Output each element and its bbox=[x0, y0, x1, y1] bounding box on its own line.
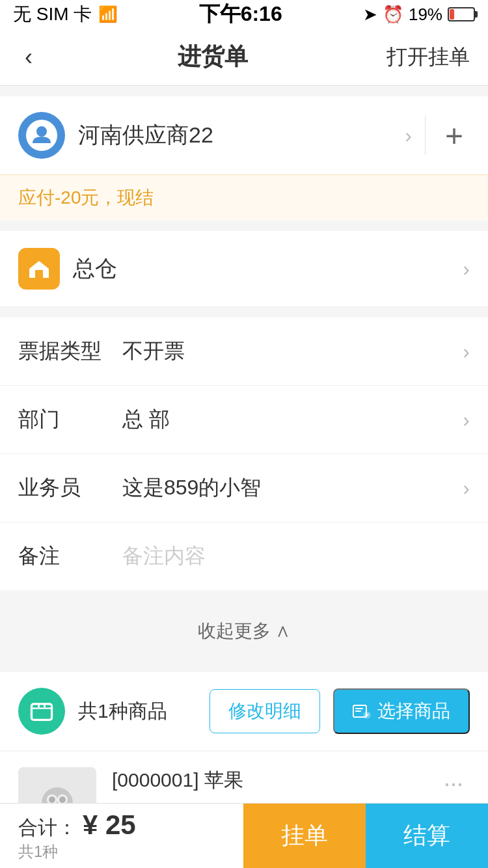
supplier-row[interactable]: 河南供应商22 › + bbox=[0, 96, 488, 174]
svg-point-9 bbox=[59, 796, 66, 803]
remark-input[interactable]: 备注内容 bbox=[122, 542, 470, 571]
select-product-label: 选择商品 bbox=[377, 699, 450, 724]
modify-detail-button[interactable]: 修改明细 bbox=[210, 689, 320, 733]
supplier-chevron-icon: › bbox=[405, 124, 412, 148]
products-icon-wrap bbox=[18, 688, 65, 735]
form-section: 票据类型 不开票 › 部门 总 部 › 业务员 这是859的小智 › 备注 备注… bbox=[0, 318, 488, 590]
invoice-chevron-icon: › bbox=[463, 340, 470, 364]
select-product-icon bbox=[353, 702, 371, 720]
carrier-label: 无 SIM 卡 bbox=[13, 2, 92, 27]
total-amount: ¥ 25 bbox=[83, 809, 136, 840]
warehouse-name: 总仓 bbox=[73, 254, 456, 284]
svg-point-8 bbox=[49, 796, 55, 803]
warehouse-row[interactable]: 总仓 › bbox=[0, 231, 488, 307]
notice-banner: 应付-20元，现结 bbox=[0, 174, 488, 221]
total-sub-label: 共1种 bbox=[18, 841, 225, 862]
invoice-type-value: 不开票 bbox=[122, 337, 456, 366]
notice-text: 应付-20元，现结 bbox=[18, 187, 154, 208]
svg-rect-2 bbox=[31, 704, 51, 720]
salesman-label: 业务员 bbox=[18, 474, 122, 502]
department-chevron-icon: › bbox=[463, 408, 470, 432]
salesman-value: 这是859的小智 bbox=[122, 474, 456, 502]
status-right: ➤ ⏰ 19% bbox=[363, 5, 475, 25]
supplier-avatar bbox=[18, 112, 65, 159]
product-name: [0000001] 苹果 bbox=[112, 767, 422, 794]
salesman-chevron-icon: › bbox=[463, 476, 470, 500]
product-more-button[interactable]: ··· bbox=[437, 767, 470, 800]
department-value: 总 部 bbox=[122, 405, 456, 434]
collapse-button[interactable]: 收起更多 ∧ bbox=[0, 601, 488, 662]
add-button[interactable]: + bbox=[439, 118, 470, 154]
status-left: 无 SIM 卡 📶 bbox=[13, 2, 118, 27]
alarm-icon: ⏰ bbox=[383, 5, 403, 25]
nav-bar: ‹ 进货单 打开挂单 bbox=[0, 29, 488, 86]
battery-icon bbox=[448, 7, 475, 21]
products-header: 共1种商品 修改明细 选择商品 bbox=[0, 672, 488, 750]
invoice-type-label: 票据类型 bbox=[18, 337, 122, 366]
svg-point-0 bbox=[36, 126, 47, 137]
supplier-divider bbox=[425, 116, 426, 155]
invoice-type-row[interactable]: 票据类型 不开票 › bbox=[0, 318, 488, 386]
products-icon bbox=[29, 698, 55, 724]
footer-total: 合计： ¥ 25 共1种 bbox=[0, 809, 243, 862]
status-time: 下午6:16 bbox=[199, 0, 282, 29]
svg-rect-1 bbox=[35, 270, 43, 278]
hang-order-button[interactable]: 挂单 bbox=[243, 804, 366, 869]
supplier-section: 河南供应商22 › + 应付-20元，现结 bbox=[0, 96, 488, 221]
footer: 合计： ¥ 25 共1种 挂单 结算 bbox=[0, 803, 488, 868]
total-label: 合计： bbox=[18, 817, 77, 838]
salesman-row[interactable]: 业务员 这是859的小智 › bbox=[0, 454, 488, 522]
product-count-label: 共1种商品 bbox=[78, 698, 197, 725]
wifi-icon: 📶 bbox=[98, 5, 118, 23]
footer-total-row: 合计： ¥ 25 bbox=[18, 809, 225, 841]
warehouse-section: 总仓 › bbox=[0, 231, 488, 307]
back-button[interactable]: ‹ bbox=[18, 37, 39, 77]
department-row[interactable]: 部门 总 部 › bbox=[0, 386, 488, 454]
remark-label: 备注 bbox=[18, 542, 122, 571]
warehouse-icon bbox=[27, 257, 51, 280]
department-label: 部门 bbox=[18, 405, 122, 434]
warehouse-icon-wrap bbox=[18, 248, 60, 290]
warehouse-chevron-icon: › bbox=[463, 257, 470, 281]
remark-row[interactable]: 备注 备注内容 bbox=[0, 522, 488, 590]
checkout-button[interactable]: 结算 bbox=[366, 804, 488, 869]
person-icon bbox=[30, 124, 53, 147]
battery-percent: 19% bbox=[409, 5, 442, 25]
supplier-name: 河南供应商22 bbox=[78, 120, 398, 150]
status-bar: 无 SIM 卡 📶 下午6:16 ➤ ⏰ 19% bbox=[0, 0, 488, 29]
location-icon: ➤ bbox=[363, 5, 377, 25]
page-title: 进货单 bbox=[178, 41, 248, 73]
open-pending-button[interactable]: 打开挂单 bbox=[386, 43, 470, 72]
select-product-button[interactable]: 选择商品 bbox=[333, 688, 470, 734]
